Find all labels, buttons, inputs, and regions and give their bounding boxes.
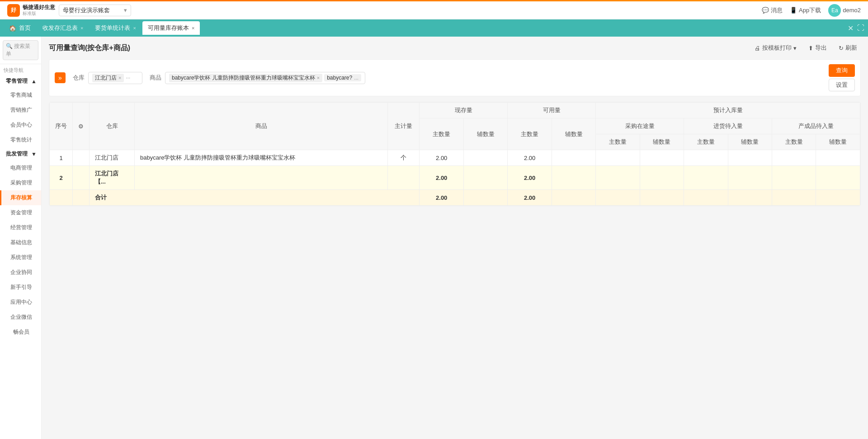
app-download-label: App下载: [799, 6, 821, 14]
message-icon: 💬: [762, 7, 769, 14]
col-stock-group: 现存量: [420, 103, 508, 118]
tab-receipts-label: 收发存汇总表: [42, 24, 78, 32]
col-settings[interactable]: ⚙: [73, 103, 90, 150]
col-incoming-main: 主数量: [684, 134, 728, 150]
sidebar-item-operations-mgmt[interactable]: 经营管理: [0, 220, 41, 235]
page-title-bar: 可用量查询(按仓库+商品) 🖨 按模板打印 ▾ ⬆ 导出 ↻ 刷新: [49, 42, 861, 54]
sidebar-item-ecommerce-mgmt-label: 电商管理: [10, 165, 32, 171]
print-chevron-icon: ▾: [793, 45, 797, 52]
filter-toggle[interactable]: »: [55, 72, 66, 83]
sidebar: 🔍 搜索菜单 快捷导航 零售管理 ▲ 零售商城 营销推广 会员中心 零售统计 批…: [0, 37, 42, 439]
footer-purchase-aux: [640, 190, 684, 206]
header-left: 好 畅捷通好生意 标准版 母婴行业演示账套 ▾: [7, 4, 131, 17]
subtotal-incoming-main: [684, 166, 728, 190]
warehouse-tag: 江北门店 ×: [92, 74, 124, 82]
warehouse-more-icon[interactable]: ···: [126, 75, 130, 81]
product-tag-1-close[interactable]: ×: [317, 75, 320, 80]
sidebar-item-wholesale-mgmt-label: 批发管理: [6, 150, 28, 158]
row-prod-aux: [816, 150, 860, 166]
sidebar-item-enterprise-collab[interactable]: 企业协同: [0, 265, 41, 280]
col-available-group: 可用量: [508, 103, 596, 118]
export-action[interactable]: ⬆ 导出: [805, 42, 830, 54]
tab-home[interactable]: 🏠 首页: [4, 21, 36, 35]
sidebar-item-app-center[interactable]: 应用中心: [0, 295, 41, 310]
footer-check: [73, 190, 90, 206]
warehouse-tag-close[interactable]: ×: [118, 75, 121, 80]
sidebar-item-member-center[interactable]: 会员中心: [0, 118, 41, 132]
phone-icon: 📱: [790, 7, 797, 14]
logo-icon: 好: [7, 4, 20, 17]
sidebar-item-retail-shop[interactable]: 零售商城: [0, 88, 41, 103]
row-incoming-main: [684, 150, 728, 166]
close-all-icon[interactable]: ✕: [848, 24, 854, 33]
sidebar-item-basic-info[interactable]: 基础信息: [0, 235, 41, 250]
col-prod-aux: 辅数量: [816, 134, 860, 150]
message-action[interactable]: 💬 消息: [762, 6, 783, 14]
app-download-action[interactable]: 📱 App下载: [790, 6, 821, 14]
sidebar-item-inventory-check-label: 库存核算: [10, 194, 32, 201]
sidebar-search-btn[interactable]: 🔍 搜索菜单: [3, 40, 38, 60]
tab-receipts-close[interactable]: ×: [80, 25, 83, 31]
sidebar-item-basic-info-label: 基础信息: [10, 239, 32, 245]
warehouse-filter-group: 仓库 江北门店 × ···: [73, 72, 142, 84]
col-unit: 主计量: [388, 103, 420, 150]
user-menu[interactable]: Ea demo2: [828, 4, 861, 17]
col-avail-aux: 辅数量: [552, 118, 595, 150]
warehouse-filter-input[interactable]: 江北门店 × ···: [88, 72, 142, 84]
company-selector[interactable]: 母婴行业演示账套 ▾: [59, 5, 131, 16]
query-button[interactable]: 查询: [829, 64, 855, 77]
col-purchase-on-way: 采购在途量: [596, 118, 684, 134]
product-filter-input[interactable]: babycare学饮杯 儿童防摔防撞吸管杯重力球吸嘴杯宝宝水杯 × babyca…: [165, 72, 365, 84]
subtotal-check: [73, 166, 90, 190]
print-action[interactable]: 🖨 按模板打印 ▾: [751, 42, 800, 54]
row-unit: 个: [388, 150, 420, 166]
footer-label: 合计: [90, 190, 420, 206]
col-production-pending: 产成品待入量: [772, 118, 860, 134]
sidebar-item-retail-mgmt-label: 零售管理: [6, 77, 28, 85]
tab-receipts[interactable]: 收发存汇总表 ×: [37, 21, 89, 35]
sidebar-item-purchase-mgmt[interactable]: 采购管理: [0, 175, 41, 190]
sidebar-item-new-guide[interactable]: 新手引导: [0, 280, 41, 295]
subtotal-no: 2: [50, 166, 73, 190]
top-header: 好 畅捷通好生意 标准版 母婴行业演示账套 ▾ 💬 消息 📱 App下载 Ea …: [0, 1, 868, 19]
refresh-label: 刷新: [845, 44, 857, 52]
row-stock-aux: [463, 150, 507, 166]
sidebar-item-enterprise-collab-label: 企业协同: [10, 269, 32, 275]
sidebar-item-marketing[interactable]: 营销推广: [0, 103, 41, 118]
footer-avail-main: 2.00: [508, 190, 552, 206]
sidebar-item-inventory-check[interactable]: 库存核算: [0, 190, 41, 205]
sidebar-item-ecommerce-mgmt[interactable]: 电商管理: [0, 160, 41, 175]
footer-stock-aux: [463, 190, 507, 206]
row-incoming-aux: [728, 150, 772, 166]
refresh-action[interactable]: ↻ 刷新: [835, 42, 861, 54]
product-tag-2-value: babycare?: [327, 75, 352, 81]
setting-button[interactable]: 设置: [829, 79, 855, 91]
sidebar-item-member-plus[interactable]: 畅会员: [0, 325, 41, 340]
col-purchase-main: 主数量: [596, 134, 640, 150]
subtotal-stock-aux: [463, 166, 507, 190]
sidebar-item-finance-mgmt[interactable]: 资金管理: [0, 205, 41, 220]
sidebar-item-enterprise-wechat[interactable]: 企业微信: [0, 310, 41, 325]
main-layout: 🔍 搜索菜单 快捷导航 零售管理 ▲ 零售商城 营销推广 会员中心 零售统计 批…: [0, 37, 868, 439]
sidebar-item-wholesale-mgmt[interactable]: 批发管理 ▼: [0, 147, 41, 160]
tab-bar-right: ✕ ⛶: [848, 24, 864, 33]
chevron-down-icon: ▾: [124, 7, 127, 14]
tab-order-stats-label: 要货单统计表: [95, 24, 130, 32]
page-actions: 🖨 按模板打印 ▾ ⬆ 导出 ↻ 刷新: [751, 42, 861, 54]
tab-available-stock[interactable]: 可用量库存账本 ×: [142, 21, 200, 35]
sidebar-item-retail-mgmt[interactable]: 零售管理 ▲: [0, 75, 41, 88]
product-more-icon: ...: [354, 75, 359, 81]
sidebar-item-retail-stats[interactable]: 零售统计: [0, 132, 41, 147]
data-table: 序号 ⚙ 仓库 商品 主计量 现存量 可用量 预计入库量 主: [49, 102, 860, 206]
tab-available-stock-close[interactable]: ×: [192, 25, 194, 31]
settings-icon[interactable]: ⚙: [78, 123, 84, 130]
tab-order-stats-close[interactable]: ×: [133, 25, 136, 31]
fullscreen-icon[interactable]: ⛶: [857, 24, 864, 32]
tab-home-label: 首页: [19, 24, 31, 32]
sidebar-item-retail-shop-label: 零售商城: [10, 92, 32, 98]
sidebar-item-system-mgmt[interactable]: 系统管理: [0, 250, 41, 265]
sidebar-quick-nav[interactable]: 快捷导航: [0, 64, 41, 75]
warehouse-filter-label: 仓库: [73, 74, 85, 82]
app-sub: 标准版: [23, 11, 55, 16]
tab-order-stats[interactable]: 要货单统计表 ×: [90, 21, 141, 35]
